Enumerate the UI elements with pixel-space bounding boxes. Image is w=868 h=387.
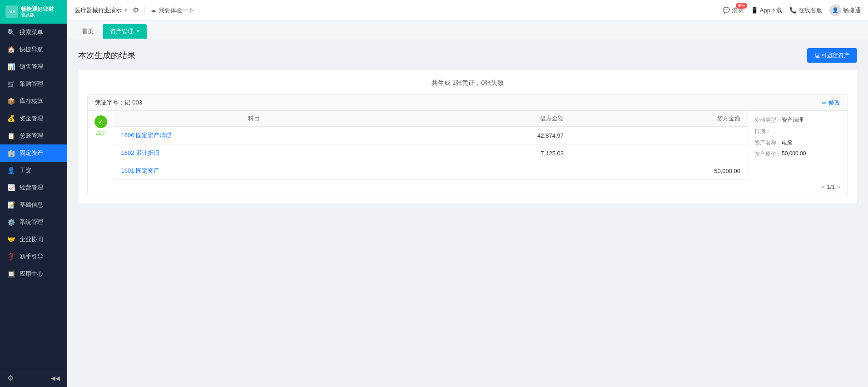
tab-close-icon[interactable]: × xyxy=(136,28,139,35)
return-button[interactable]: 返回固定资产 xyxy=(807,48,857,63)
date-label: 日期： xyxy=(754,128,782,135)
voucher-row-success: ✓ 成功 科目 借方金额 贷方金额 xyxy=(88,111,748,180)
sidebar-item-system[interactable]: ⚙️ 系统管理 xyxy=(0,213,67,231)
sidebar-item-operations[interactable]: 📈 经营管理 xyxy=(0,179,67,196)
credit-cell: 50,000.00 xyxy=(571,162,748,180)
asset-value-value: 50,000.00 xyxy=(782,150,806,157)
result-card: 共生成 1张凭证，0张失败 凭证字号：记-003 ✏ 修改 xyxy=(78,70,857,203)
sidebar-logo: AtA 畅捷通好业财 普及版 xyxy=(0,0,67,24)
sidebar: AtA 畅捷通好业财 普及版 🔍 搜索菜单 🏠 快捷导航 📊 销售管理 🛒 采购… xyxy=(0,0,67,387)
message-badge: 99+ xyxy=(736,3,747,9)
sidebar-item-label: 库存核算 xyxy=(20,97,43,105)
download-icon: 📱 xyxy=(751,7,758,14)
header-divider xyxy=(144,6,145,15)
collapse-icon[interactable]: ◀◀ xyxy=(51,375,60,382)
col-subject: 科目 xyxy=(114,111,394,127)
sidebar-item-inventory[interactable]: 📦 库存核算 xyxy=(0,93,67,110)
page-content: 本次生成的结果 返回固定资产 共生成 1张凭证，0张失败 凭证字号：记-003 … xyxy=(67,39,868,387)
subject-cell: 1601 固定资产 xyxy=(114,162,394,180)
sidebar-item-ledger[interactable]: 📋 总账管理 xyxy=(0,127,67,144)
sales-icon: 📊 xyxy=(7,63,15,70)
change-type-value: 资产清理 xyxy=(782,116,804,124)
voucher-main: ✓ 成功 科目 借方金额 贷方金额 xyxy=(88,111,748,180)
gear-icon[interactable]: ⚙ xyxy=(133,6,139,15)
sidebar-item-basic-info[interactable]: 📝 基础信息 xyxy=(0,196,67,213)
purchase-icon: 🛒 xyxy=(7,80,15,88)
subject-link[interactable]: 1602 累计折旧 xyxy=(121,149,160,156)
pagination-next-icon[interactable]: > xyxy=(837,184,840,190)
subject-cell: 1602 累计折旧 xyxy=(114,144,394,162)
subject-cell: 1606 固定资产清理 xyxy=(114,127,394,144)
sidebar-footer: ⚙ ◀◀ xyxy=(0,369,67,387)
app-name: 畅捷通好业财 xyxy=(21,6,54,12)
sidebar-item-label: 新手引导 xyxy=(20,253,43,261)
check-icon: ✓ xyxy=(98,118,104,125)
user-menu[interactable]: 👤 畅捷通 xyxy=(829,5,861,16)
search-icon: 🔍 xyxy=(7,29,15,36)
sidebar-item-quick-nav[interactable]: 🏠 快捷导航 xyxy=(0,41,67,58)
voucher-pagination: < 1/1 > xyxy=(88,180,848,194)
success-circle: ✓ xyxy=(94,115,107,128)
inventory-icon: 📦 xyxy=(7,98,15,105)
sidebar-item-label: 搜索菜单 xyxy=(20,28,43,36)
enterprise-icon: 🤝 xyxy=(7,236,15,243)
table-row: 1606 固定资产清理 42,874.97 xyxy=(114,127,748,144)
tab-asset-management-label: 资产管理 xyxy=(110,27,134,35)
online-service-button[interactable]: 📞 在线客服 xyxy=(789,6,822,15)
sidebar-item-label: 经营管理 xyxy=(20,184,43,192)
debit-cell: 7,125.03 xyxy=(394,144,571,162)
pagination-prev-icon[interactable]: < xyxy=(822,184,825,190)
sidebar-item-payroll[interactable]: 👤 工资 xyxy=(0,162,67,179)
credit-cell xyxy=(571,144,748,162)
tab-home[interactable]: 首页 xyxy=(74,24,101,39)
settings-icon[interactable]: ⚙ xyxy=(7,374,14,382)
app-selector[interactable]: 医疗器械行业演示 ▾ xyxy=(74,6,127,15)
ledger-icon: 📋 xyxy=(7,132,15,139)
sidebar-item-enterprise[interactable]: 🤝 企业协同 xyxy=(0,231,67,248)
sidebar-item-label: 企业协同 xyxy=(20,235,43,243)
app-selector-text: 医疗器械行业演示 xyxy=(74,6,122,15)
app-center-icon: 🔲 xyxy=(7,270,15,278)
message-button[interactable]: 💬 消息 99+ xyxy=(723,6,744,15)
subject-link[interactable]: 1606 固定资产清理 xyxy=(121,132,172,139)
debit-cell xyxy=(394,162,571,180)
sidebar-item-app-center[interactable]: 🔲 应用中心 xyxy=(0,265,67,283)
guide-icon: ❓ xyxy=(7,253,15,260)
voucher-table: 科目 借方金额 贷方金额 1606 固定资产清理 xyxy=(114,111,748,180)
message-icon: 💬 xyxy=(723,7,730,14)
sidebar-item-sales[interactable]: 📊 销售管理 xyxy=(0,58,67,75)
asset-name-label: 资产名称： xyxy=(754,139,782,147)
col-credit: 贷方金额 xyxy=(571,111,748,127)
asset-value-row: 资产原值： 50,000.00 xyxy=(754,150,841,158)
sidebar-item-guide[interactable]: ❓ 新手引导 xyxy=(0,248,67,265)
tab-asset-management[interactable]: 资产管理 × xyxy=(103,24,147,39)
subject-link[interactable]: 1601 固定资产 xyxy=(121,167,160,174)
success-text: 成功 xyxy=(96,130,106,137)
sidebar-item-label: 总账管理 xyxy=(20,132,43,140)
date-row: 日期： xyxy=(754,128,841,135)
voucher-body: ✓ 成功 科目 借方金额 贷方金额 xyxy=(88,111,848,180)
service-icon: 📞 xyxy=(789,7,797,14)
sidebar-item-label: 销售管理 xyxy=(20,63,43,71)
cloud-icon: ☁ xyxy=(150,7,156,14)
pagination-info: 1/1 xyxy=(827,184,835,190)
page-header: 本次生成的结果 返回固定资产 xyxy=(78,48,857,63)
voucher-section: 凭证字号：记-003 ✏ 修改 ✓ 成 xyxy=(87,94,848,194)
sidebar-item-label: 采购管理 xyxy=(20,80,43,88)
sidebar-item-label: 基础信息 xyxy=(20,201,43,209)
table-header-row: 科目 借方金额 贷方金额 xyxy=(114,111,748,127)
sidebar-item-fixed-assets[interactable]: 🏢 固定资产 xyxy=(0,144,67,162)
sidebar-item-purchase[interactable]: 🛒 采购管理 xyxy=(0,75,67,93)
system-icon: ⚙️ xyxy=(7,218,15,226)
sidebar-item-search[interactable]: 🔍 搜索菜单 xyxy=(0,24,67,41)
debit-cell: 42,874.97 xyxy=(394,127,571,144)
experience-button[interactable]: ☁ 我要体验一下 xyxy=(150,6,194,15)
app-download-button[interactable]: 📱 App下载 xyxy=(751,6,782,15)
chevron-down-icon: ▾ xyxy=(124,7,127,13)
voucher-edit-button[interactable]: ✏ 修改 xyxy=(822,99,840,107)
sidebar-item-label: 资金管理 xyxy=(20,114,43,123)
fixed-assets-icon: 🏢 xyxy=(7,149,15,157)
result-summary: 共生成 1张凭证，0张失败 xyxy=(87,79,848,87)
sidebar-item-funds[interactable]: 💰 资金管理 xyxy=(0,110,67,127)
table-row: 1602 累计折旧 7,125.03 xyxy=(114,144,748,162)
